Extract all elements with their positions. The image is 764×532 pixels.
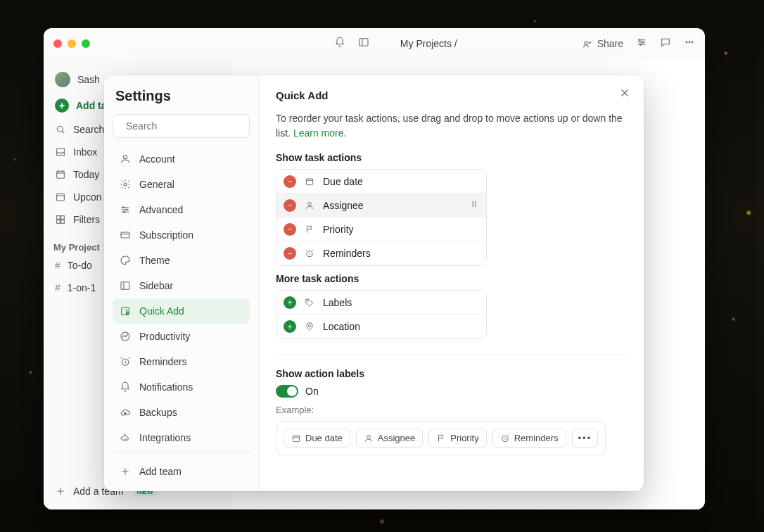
remove-button[interactable]: － <box>284 199 296 212</box>
sidebar-toggle-icon[interactable] <box>358 37 369 51</box>
toggle-state: On <box>305 386 319 397</box>
close-window-dot[interactable] <box>53 39 62 48</box>
add-task-label: Add ta <box>76 100 107 111</box>
example-label: Example: <box>276 405 627 415</box>
svg-rect-38 <box>293 435 299 441</box>
chip-priority: Priority <box>428 429 486 448</box>
flag-icon <box>436 433 446 443</box>
labels-toggle[interactable] <box>276 385 298 398</box>
nav-backups[interactable]: Backups <box>113 400 250 425</box>
notifications-bell-icon[interactable] <box>334 37 345 51</box>
chip-more[interactable]: ••• <box>572 429 599 448</box>
settings-search[interactable] <box>113 114 250 138</box>
view-options-icon[interactable] <box>636 37 647 51</box>
inbox-icon <box>55 146 66 158</box>
svg-point-5 <box>686 42 687 43</box>
nav-add-team[interactable]: Add team <box>113 459 250 484</box>
nav-notifications[interactable]: Notifications <box>113 374 250 400</box>
more-icon: ••• <box>578 433 592 443</box>
share-button[interactable]: Share <box>582 38 623 49</box>
example-box: Due date Assignee Priority Reminders ••• <box>276 421 606 455</box>
breadcrumb[interactable]: My Projects / <box>400 38 457 49</box>
svg-point-33 <box>473 205 473 206</box>
gear-icon <box>120 179 131 190</box>
bell-icon <box>120 381 131 393</box>
labels-heading: Show action labels <box>276 368 627 379</box>
nav-advanced[interactable]: Advanced <box>113 197 250 222</box>
card-icon <box>120 229 131 241</box>
nav-label: Productivity <box>139 331 190 342</box>
shown-actions-list: － Due date － Assignee － Priority － Re <box>276 169 487 266</box>
plus-icon <box>120 466 131 477</box>
remove-button[interactable]: － <box>284 223 296 236</box>
content-heading: Quick Add <box>276 89 627 101</box>
action-label: Priority <box>323 224 354 235</box>
sidebar-label: Filters <box>73 214 100 225</box>
action-label: Location <box>323 321 360 332</box>
action-row-location[interactable]: ＋ Location <box>276 315 486 338</box>
plus-icon <box>55 486 66 497</box>
chart-icon <box>120 331 131 342</box>
svg-point-28 <box>308 202 312 205</box>
settings-search-input[interactable] <box>126 120 249 132</box>
svg-rect-0 <box>359 39 368 46</box>
user-icon <box>120 153 131 165</box>
learn-more-link[interactable]: Learn more <box>293 127 344 139</box>
nav-productivity[interactable]: Productivity <box>113 324 250 349</box>
zoom-window-dot[interactable] <box>82 39 90 48</box>
svg-rect-10 <box>57 194 65 201</box>
grid-icon <box>55 214 66 225</box>
chip-label: Priority <box>450 433 478 443</box>
user-icon <box>303 199 316 212</box>
sidebar-icon <box>120 280 131 291</box>
nav-subscription[interactable]: Subscription <box>113 222 250 248</box>
nav-label: Backups <box>139 407 177 418</box>
nav-quick-add[interactable]: Quick Add <box>113 298 250 324</box>
cloud-icon <box>120 407 131 418</box>
action-row-reminders[interactable]: － Reminders <box>276 241 486 265</box>
nav-reminders[interactable]: Reminders <box>113 349 250 374</box>
calendar-icon <box>55 191 66 203</box>
remove-button[interactable]: － <box>284 175 296 188</box>
calendar-icon <box>303 175 316 188</box>
drag-handle-icon[interactable] <box>469 199 479 211</box>
nav-theme[interactable]: Theme <box>113 248 250 273</box>
close-button[interactable] <box>618 87 631 102</box>
nav-label: Advanced <box>139 204 183 215</box>
window-controls <box>53 39 90 48</box>
svg-rect-9 <box>57 171 65 178</box>
nav-sidebar[interactable]: Sidebar <box>113 273 250 298</box>
action-row-assignee[interactable]: － Assignee <box>276 194 486 217</box>
minimize-window-dot[interactable] <box>68 39 76 48</box>
svg-rect-27 <box>306 178 312 184</box>
action-row-priority[interactable]: － Priority <box>276 217 486 241</box>
more-menu-icon[interactable] <box>684 37 695 51</box>
search-icon <box>55 124 66 135</box>
sidebar-label: 1-on-1 <box>68 282 96 293</box>
svg-point-7 <box>692 42 693 43</box>
sidebar-label: To-do <box>68 260 92 271</box>
add-button[interactable]: ＋ <box>284 320 296 333</box>
svg-point-39 <box>367 435 370 438</box>
content-description: To reorder your task actions, use drag a… <box>276 111 627 141</box>
sidebar-label: Upcon <box>73 191 101 203</box>
hash-icon: # <box>55 282 61 293</box>
svg-point-34 <box>475 205 476 206</box>
sidebar-label: Search <box>73 124 104 135</box>
nav-account[interactable]: Account <box>113 146 250 172</box>
action-row-due-date[interactable]: － Due date <box>276 170 486 194</box>
alarm-icon <box>500 433 510 443</box>
topbar: My Projects / Share <box>44 28 705 59</box>
location-icon <box>303 320 316 333</box>
comments-icon[interactable] <box>660 37 671 51</box>
svg-point-37 <box>309 324 311 327</box>
nav-integrations[interactable]: Integrations <box>113 425 250 450</box>
settings-modal: Settings Account General Advanced Subscr… <box>104 75 644 491</box>
remove-button[interactable]: － <box>284 247 296 260</box>
nav-label: Reminders <box>139 356 187 367</box>
nav-general[interactable]: General <box>113 172 250 197</box>
settings-content: Quick Add To reorder your task actions, … <box>259 75 644 491</box>
action-row-labels[interactable]: ＋ Labels <box>276 291 486 315</box>
settings-nav: Settings Account General Advanced Subscr… <box>104 75 259 491</box>
add-button[interactable]: ＋ <box>284 296 296 309</box>
